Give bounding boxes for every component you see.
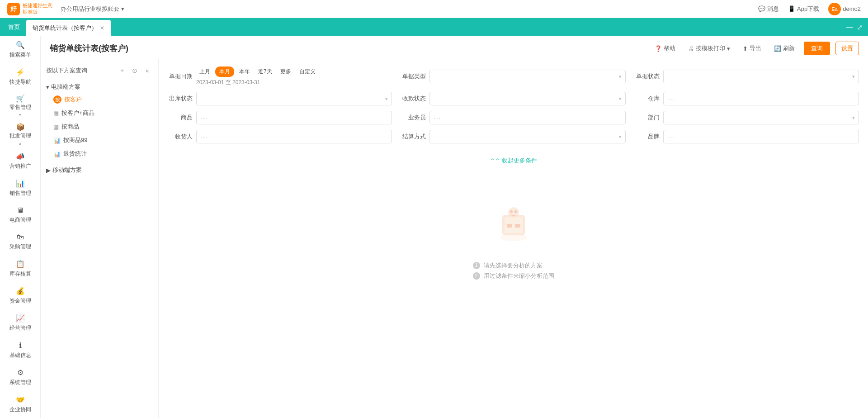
- refresh-icon: 🔄: [774, 45, 781, 52]
- maximize-button[interactable]: ⤢: [857, 23, 863, 32]
- chevron-down-icon: ▾: [619, 74, 622, 80]
- tab-sales-report[interactable]: 销货单统计表（按客户） ✕: [26, 20, 111, 36]
- export-button[interactable]: ⬆ 导出: [739, 43, 765, 54]
- sidebar-item-marketing[interactable]: 📣 营销推广: [0, 147, 40, 175]
- date-btn-last-month[interactable]: 上月: [196, 66, 213, 77]
- print-button[interactable]: 🖨 按模板打印 ▾: [684, 43, 734, 54]
- scheme-item-by-customer[interactable]: 按 按客户: [41, 93, 158, 106]
- salesperson-control[interactable]: ···: [429, 111, 625, 124]
- sidebar-item-retail[interactable]: 🛒 零售管理 ▾: [0, 90, 40, 119]
- chevron-down-icon: ▾: [385, 96, 388, 102]
- user-action[interactable]: Ea demo2: [828, 3, 861, 15]
- recv-status-control[interactable]: ▾: [429, 92, 625, 105]
- industry-selector[interactable]: 办公用品行业模拟账套 ▾: [57, 3, 128, 15]
- sidebar-item-management[interactable]: 📈 经营管理: [0, 309, 40, 337]
- right-panel: 单据日期 上月 本月 本年 近7天 更多 自定义 20: [159, 59, 868, 418]
- filter-row-4: 收货人 ··· 结算方式 ▾: [168, 130, 859, 143]
- sidebar-item-ecommerce[interactable]: 🖥 电商管理: [0, 202, 40, 228]
- svg-point-4: [510, 210, 513, 213]
- svg-point-3: [508, 207, 519, 218]
- filter-date: 单据日期 上月 本月 本年 近7天 更多 自定义 20: [168, 66, 392, 86]
- sidebar-item-purchase[interactable]: 🛍 采购管理: [0, 228, 40, 255]
- scheme-item-by-goods[interactable]: ▦ 按商品: [41, 120, 158, 133]
- query-button[interactable]: 查询: [804, 42, 830, 55]
- chevron-down-icon: ▾: [619, 96, 622, 102]
- filter-salesperson: 业务员 ···: [401, 111, 625, 124]
- sidebar-item-search[interactable]: 🔍 搜索菜单: [0, 36, 40, 63]
- app-download-action[interactable]: 📱 App下载: [788, 5, 819, 13]
- quick-nav-icon: ⚡: [16, 68, 25, 76]
- dept-control[interactable]: ▾: [663, 111, 859, 124]
- out-status-control[interactable]: ▾: [196, 92, 392, 105]
- message-icon: 💬: [758, 5, 765, 12]
- left-panel: 按以下方案查询 + ⊙ « ▾ 电脑端方案 按 按客户: [41, 59, 158, 418]
- scheme-item-customer-goods[interactable]: ▦ 按客户+商品: [41, 106, 158, 120]
- wholesale-icon: 📦: [16, 123, 25, 131]
- page-title: 销货单统计表(按客户): [50, 43, 128, 54]
- sidebar-item-sales[interactable]: 📊 销售管理: [0, 175, 40, 202]
- refresh-button[interactable]: 🔄 刷新: [770, 43, 798, 54]
- warehouse-control[interactable]: ···: [663, 92, 859, 105]
- main-layout: 🔍 搜索菜单 ⚡ 快捷导航 🛒 零售管理 ▾ 📦 批发管理 ▴ 📣 营销推广 📊…: [0, 36, 868, 418]
- collapse-button[interactable]: ⌃⌃ 收起更多条件: [486, 152, 542, 169]
- left-panel-title: 按以下方案查询: [46, 66, 87, 75]
- message-action[interactable]: 💬 消息: [758, 5, 779, 13]
- filter-type: 单据类型 ▾: [401, 66, 625, 86]
- ecommerce-icon: 🖥: [17, 206, 24, 214]
- date-btn-custom[interactable]: 自定义: [296, 66, 319, 77]
- date-btn-more[interactable]: 更多: [277, 66, 294, 77]
- sidebar-item-collab[interactable]: 🤝 企业协同: [0, 391, 40, 418]
- receiver-control[interactable]: ···: [196, 130, 392, 143]
- date-btn-last-7-days[interactable]: 近7天: [255, 66, 275, 77]
- type-control[interactable]: ▾: [429, 70, 625, 83]
- sidebar-item-wholesale[interactable]: 📦 批发管理 ▴: [0, 119, 40, 147]
- chevron-down-icon: ▾: [852, 74, 855, 80]
- sidebar-item-finance[interactable]: 💰 资金管理: [0, 282, 40, 309]
- brand-label: 品牌: [635, 133, 660, 141]
- date-buttons: 上月 本月 本年 近7天 更多 自定义: [196, 66, 392, 77]
- settle-label: 结算方式: [401, 133, 426, 141]
- scheme-item-return-stats[interactable]: 📊 退货统计: [41, 147, 158, 161]
- dept-label: 部门: [635, 114, 660, 122]
- scheme-item-goods99[interactable]: 📊 按商品99: [41, 133, 158, 147]
- sidebar-item-quick-nav[interactable]: ⚡ 快捷导航: [0, 63, 40, 90]
- help-button[interactable]: ❓ 帮助: [651, 43, 679, 54]
- filter-section: 单据日期 上月 本月 本年 近7天 更多 自定义 20: [168, 66, 859, 172]
- settings-button[interactable]: 设置: [835, 42, 859, 55]
- filter-goods: 商品 ···: [168, 111, 392, 124]
- mobile-icon: 📱: [788, 5, 795, 12]
- filter-out-status: 出库状态 ▾: [168, 92, 392, 105]
- add-scheme-button[interactable]: +: [117, 66, 127, 76]
- settle-control[interactable]: ▾: [429, 130, 625, 143]
- inventory-icon: 📋: [16, 260, 25, 268]
- status-control[interactable]: ▾: [663, 70, 859, 83]
- refresh-scheme-button[interactable]: ⊙: [130, 66, 140, 76]
- date-btn-this-month[interactable]: 本月: [215, 66, 234, 77]
- goods-control[interactable]: ···: [196, 111, 392, 124]
- mobile-section-header[interactable]: ▶ 移动端方案: [41, 164, 158, 176]
- status-label: 单据状态: [635, 72, 660, 81]
- empty-tips: 1 请先选择要分析的方案 2 用过滤条件来缩小分析范围: [473, 260, 554, 281]
- collapse-icon: ⌃⌃: [490, 157, 500, 164]
- page-actions: ❓ 帮助 🖨 按模板打印 ▾ ⬆ 导出 🔄 刷新 查询: [651, 42, 859, 55]
- tab-home[interactable]: 首页: [2, 20, 26, 34]
- chart-icon2: 📊: [53, 151, 61, 157]
- date-btn-this-year[interactable]: 本年: [236, 66, 253, 77]
- sidebar-item-system[interactable]: ⚙ 系统管理: [0, 364, 40, 391]
- brand-control[interactable]: ···: [663, 130, 859, 143]
- sales-icon: 📊: [16, 179, 25, 188]
- sidebar-item-inventory[interactable]: 📋 库存核算: [0, 255, 40, 282]
- receiver-label: 收货人: [168, 133, 193, 141]
- retail-icon: 🛒: [16, 94, 25, 103]
- sidebar-item-basics[interactable]: ℹ 基础信息: [0, 337, 40, 364]
- close-icon[interactable]: ✕: [100, 25, 104, 31]
- page-header: 销货单统计表(按客户) ❓ 帮助 🖨 按模板打印 ▾ ⬆ 导出 🔄 刷新: [41, 36, 868, 59]
- tabbar: 首页 销货单统计表（按客户） ✕ — ⤢: [0, 18, 868, 36]
- chevron-up-icon: ▴: [19, 141, 21, 146]
- collapse-panel-button[interactable]: «: [142, 66, 152, 76]
- minimize-button[interactable]: —: [846, 23, 853, 32]
- avatar: Ea: [828, 3, 841, 15]
- content-area: 销货单统计表(按客户) ❓ 帮助 🖨 按模板打印 ▾ ⬆ 导出 🔄 刷新: [41, 36, 868, 418]
- collab-icon: 🤝: [16, 395, 25, 404]
- desktop-section-header[interactable]: ▾ 电脑端方案: [41, 81, 158, 93]
